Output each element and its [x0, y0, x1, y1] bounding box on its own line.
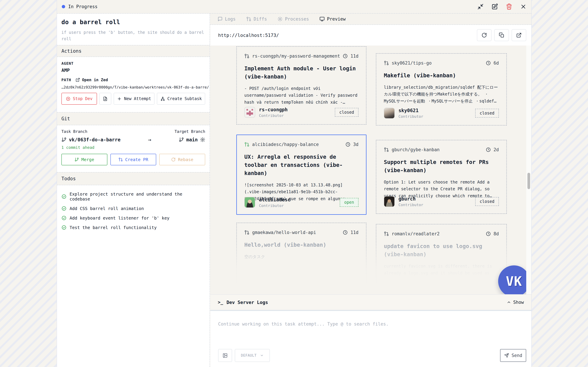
merge-button[interactable]: Merge [61, 154, 107, 165]
detail-main: Logs Diffs Processes Preview http://loca… [210, 14, 531, 367]
message-input[interactable] [210, 312, 531, 349]
terminal-prompt-icon: >_ [218, 300, 223, 305]
task-detail-modal: In Progress do a barrel roll if users pr… [57, 0, 532, 367]
path-label: PATH [61, 78, 71, 82]
pull-request-icon [244, 53, 250, 58]
open-external-button[interactable] [512, 29, 526, 41]
pr-card[interactable]: sky0621/tips-go 6d Makefile (vibe-kanban… [376, 53, 507, 125]
show-logs-toggle[interactable]: Show [507, 300, 524, 305]
fork-icon [160, 97, 165, 101]
worktree-path: …2dz0k7n62z93299r0000gn/T/vibe-kanban/wo… [61, 85, 205, 89]
send-button[interactable]: Send [500, 349, 526, 362]
card-author: rs-cuongph [259, 107, 288, 112]
card-description: currently favicon.svg is different, ther… [384, 263, 499, 277]
variant-select[interactable]: DEFAULT [235, 349, 270, 362]
minimize-icon[interactable] [477, 3, 484, 10]
open-in-zed-link[interactable]: Open in Zed [76, 78, 108, 82]
scrollbar-track[interactable] [526, 46, 531, 294]
gear-icon[interactable] [200, 137, 205, 142]
status-badge: closed [475, 109, 499, 117]
pr-card[interactable]: gburch/gybe-kanban 2d Support multiple r… [376, 140, 507, 214]
section-header-todos: Todos [57, 172, 210, 185]
todo-item: Explore project structure and understand… [61, 192, 205, 201]
chevron-up-icon [507, 300, 511, 304]
pull-request-icon [118, 157, 123, 162]
create-pr-button[interactable]: Create PR [110, 154, 156, 165]
avatar [384, 196, 395, 207]
status-badge: closed [335, 108, 358, 117]
clock-icon [345, 142, 350, 147]
copy-icon [499, 33, 504, 38]
preview-viewport: rs-cuongph/my-password-management 11d Im… [210, 46, 531, 294]
todo-item: Add keyboard event listener for 'b' key [61, 216, 205, 221]
pull-request-icon [246, 17, 251, 22]
vibe-kanban-logo[interactable]: VK [498, 265, 530, 294]
section-header-actions: Actions [57, 45, 210, 57]
todo-item: Test the barrel roll functionality [61, 225, 205, 230]
close-icon[interactable] [520, 3, 527, 10]
card-age: 11d [350, 230, 358, 235]
tab-preview[interactable]: Preview [320, 17, 346, 22]
card-title: UX: Arregla el responsive de toolbar en … [244, 153, 358, 177]
external-link-icon [76, 78, 80, 82]
chevron-down-icon [260, 354, 264, 357]
tab-diffs[interactable]: Diffs [246, 17, 267, 22]
tab-logs[interactable]: Logs [217, 17, 236, 22]
card-age: 6d [493, 60, 499, 66]
delete-icon[interactable] [506, 3, 512, 10]
send-icon [504, 353, 509, 358]
card-age: 2d [493, 147, 499, 152]
script-icon [103, 97, 108, 101]
pull-request-icon [384, 147, 389, 152]
card-repo: romanlv/readlater2 [392, 231, 440, 236]
avatar [384, 108, 395, 119]
stop-dev-button[interactable]: Stop Dev [61, 93, 97, 105]
edit-icon[interactable] [492, 3, 498, 10]
avatar [244, 289, 255, 294]
agent-label: AGENT [61, 61, 205, 66]
status-badge: closed [335, 290, 358, 294]
target-branch-label: Target Branch [174, 129, 205, 134]
card-title: Hello,world (vibe-kanban) [244, 241, 358, 249]
monitor-icon [320, 17, 325, 22]
dev-script-button[interactable] [99, 93, 111, 105]
status-dot-icon [62, 5, 65, 8]
check-circle-icon [61, 206, 67, 211]
section-header-git: Git [57, 112, 210, 125]
attach-image-button[interactable] [218, 349, 232, 362]
card-title: Makefile (vibe-kanban) [384, 71, 499, 80]
branch-icon [179, 137, 184, 142]
task-description: if users press the 'b' button, the site … [61, 29, 205, 42]
card-description: library_selection/db_migration/sqldef 配下… [384, 84, 499, 104]
check-circle-icon [61, 225, 67, 230]
new-attempt-button[interactable]: New Attempt [114, 93, 155, 105]
url-input[interactable]: http://localhost:5173/ [218, 33, 477, 38]
rebase-button[interactable]: Rebase [159, 154, 205, 165]
pull-request-icon [384, 60, 389, 66]
create-subtask-button[interactable]: Create Subtask [157, 93, 205, 105]
pr-card-selected[interactable]: alcibiadesc/happy-balance 3d UX: Arregla… [236, 134, 366, 215]
commits-ahead: 1 commit ahead [61, 145, 205, 150]
pr-card[interactable]: rs-cuongph/my-password-management 11d Im… [236, 46, 366, 125]
scrollbar-thumb[interactable] [527, 173, 530, 189]
target-branch-name: main [186, 137, 198, 142]
dev-logs-label: Dev Server Logs [226, 300, 268, 305]
task-branch-label: Task Branch [61, 129, 87, 134]
card-author: gburch [398, 196, 423, 202]
copy-url-button[interactable] [494, 29, 509, 41]
refresh-button[interactable] [477, 29, 492, 41]
card-repo: gmaekawa/hello-world-api [252, 230, 316, 235]
task-branch-name: vk/063f-do-a-barre [69, 137, 121, 142]
image-icon [223, 353, 228, 358]
preview-url-bar: http://localhost:5173/ [210, 25, 531, 46]
plus-icon [117, 97, 122, 101]
card-repo: rs-cuongph/my-password-management [252, 53, 340, 58]
refresh-icon [482, 33, 487, 38]
check-circle-icon [61, 216, 67, 221]
tab-processes[interactable]: Processes [277, 17, 309, 22]
dev-server-logs-bar[interactable]: >_ Dev Server Logs Show [210, 294, 531, 311]
pr-card[interactable]: gmaekawa/hello-world-api 11d Hello,world… [236, 223, 366, 294]
branch-icon [61, 137, 67, 142]
message-composer: DEFAULT Send [210, 312, 531, 367]
pr-card[interactable]: romanlv/readlater2 8d update favicon to … [376, 224, 507, 294]
